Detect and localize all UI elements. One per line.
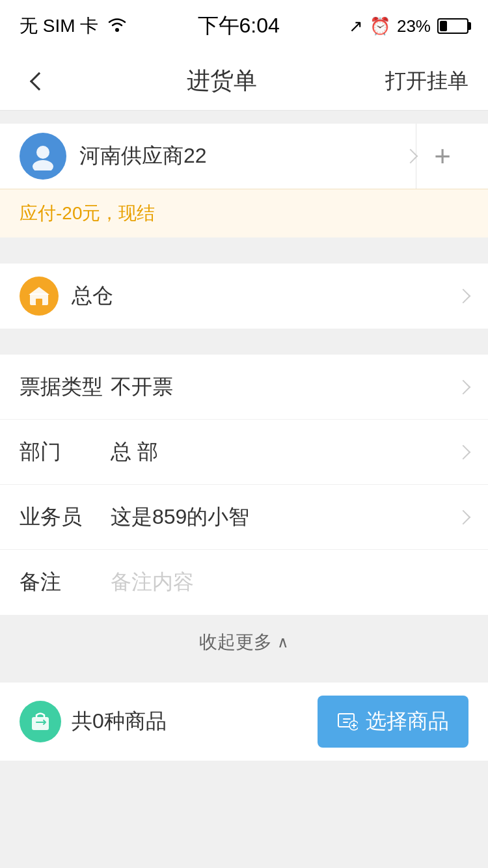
status-bar: 无 SIM 卡 下午6:04 ↗ ⏰ 23% (0, 0, 488, 52)
invoice-type-row[interactable]: 票据类型 不开票 (0, 355, 488, 420)
supplier-section: 河南供应商22 + (0, 124, 488, 189)
salesperson-chevron-icon (456, 509, 471, 524)
invoice-type-label: 票据类型 (20, 373, 111, 401)
back-button[interactable] (20, 62, 59, 101)
department-label: 部门 (20, 438, 111, 467)
product-count-text: 共0种商品 (72, 707, 167, 736)
svg-marker-4 (29, 287, 49, 295)
department-value: 总 部 (111, 438, 452, 467)
warehouse-label: 总仓 (72, 282, 452, 310)
divider-4 (0, 668, 488, 681)
select-product-label: 选择商品 (366, 707, 449, 736)
warehouse-icon (20, 277, 59, 316)
product-count-area: 共0种商品 (20, 701, 167, 742)
alarm-icon: ⏰ (370, 16, 390, 36)
add-supplier-button[interactable]: + (416, 124, 468, 189)
svg-rect-5 (36, 299, 42, 305)
salesperson-row[interactable]: 业务员 这是859的小智 (0, 485, 488, 550)
page-background (0, 761, 488, 868)
supplier-name: 河南供应商22 (79, 142, 399, 170)
remark-input[interactable]: 备注内容 (111, 568, 468, 597)
collapse-arrow-icon: ∧ (277, 633, 289, 651)
collapse-label: 收起更多 (199, 630, 272, 655)
svg-point-1 (36, 146, 49, 159)
supplier-chevron-icon (403, 149, 418, 164)
svg-point-0 (115, 28, 119, 32)
divider-1 (0, 111, 488, 124)
notice-text: 应付-20元，现结 (20, 203, 155, 223)
page-title: 进货单 (187, 65, 257, 97)
form-section: 票据类型 不开票 部门 总 部 业务员 这是859的小智 备注 备注内容 (0, 355, 488, 615)
remark-label: 备注 (20, 568, 111, 597)
svg-rect-6 (32, 717, 49, 730)
battery-text: 23% (397, 16, 431, 36)
open-pending-button[interactable]: 打开挂单 (385, 67, 468, 96)
bottom-bar: 共0种商品 选择商品 (0, 683, 488, 761)
location-icon: ↗ (349, 16, 363, 36)
invoice-type-value: 不开票 (111, 373, 452, 401)
product-icon (20, 701, 61, 742)
warehouse-section[interactable]: 总仓 (0, 264, 488, 329)
salesperson-label: 业务员 (20, 503, 111, 532)
back-arrow-icon (30, 72, 48, 90)
notice-bar: 应付-20元，现结 (0, 189, 488, 237)
divider-3 (0, 329, 488, 342)
invoice-type-chevron-icon (456, 379, 471, 394)
svg-point-2 (33, 160, 53, 170)
supplier-avatar (20, 133, 66, 180)
warehouse-chevron-icon (456, 289, 471, 304)
collapse-button[interactable]: 收起更多 ∧ (0, 616, 488, 668)
battery-icon (437, 18, 468, 34)
nav-bar: 进货单 打开挂单 (0, 52, 488, 111)
status-time: 下午6:04 (198, 12, 280, 40)
department-row[interactable]: 部门 总 部 (0, 420, 488, 485)
status-left: 无 SIM 卡 (20, 14, 128, 38)
divider-2 (0, 237, 488, 251)
carrier-text: 无 SIM 卡 (20, 14, 98, 38)
supplier-row[interactable]: 河南供应商22 (20, 124, 416, 189)
remark-row[interactable]: 备注 备注内容 (0, 550, 488, 615)
salesperson-value: 这是859的小智 (111, 503, 452, 532)
department-chevron-icon (456, 444, 471, 459)
wifi-icon (106, 15, 128, 38)
select-product-button[interactable]: 选择商品 (318, 696, 468, 748)
status-right: ↗ ⏰ 23% (349, 16, 468, 36)
